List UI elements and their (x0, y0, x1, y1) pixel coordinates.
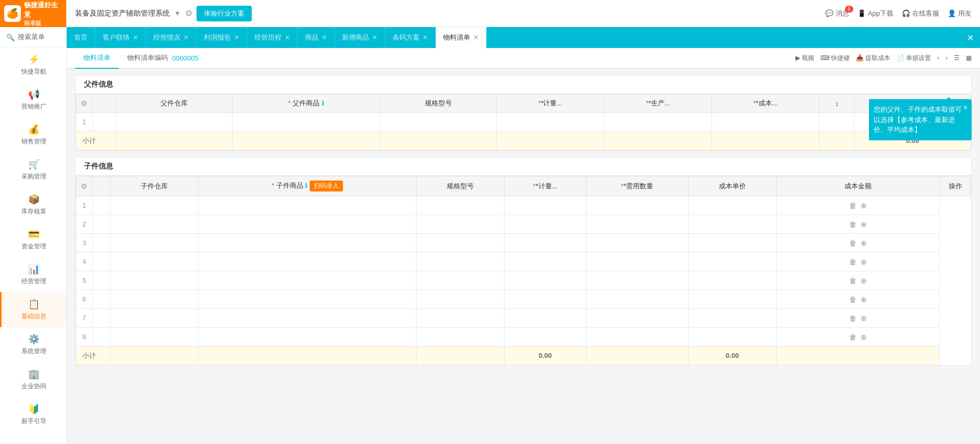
tab-bar-close-btn[interactable]: ✕ (961, 33, 980, 43)
child-row-5-goods[interactable] (110, 271, 199, 290)
child-row-6-qty-unit[interactable] (416, 290, 505, 309)
child-row-1-warehouse[interactable] (93, 196, 111, 215)
copy-btn-2[interactable]: ⊕ (860, 219, 868, 230)
child-row-7-spec[interactable] (199, 309, 416, 328)
sidebar-search[interactable]: 🔍 搜索菜单 (0, 27, 66, 47)
tab-close-operations-situation[interactable]: ✕ (183, 34, 189, 41)
dropdown-icon[interactable]: ▼ (174, 9, 181, 17)
tab-operations-situation[interactable]: 经营情况✕ (146, 27, 197, 48)
parent-row-1-c3[interactable] (232, 113, 380, 131)
view-toggle-btn[interactable]: ☰ (954, 54, 960, 62)
grid-toggle-btn[interactable]: ▦ (966, 54, 972, 62)
online-service-btn[interactable]: 🎧 在线客服 (902, 9, 939, 18)
tab-close-bom[interactable]: ✕ (473, 34, 479, 41)
settings-icon[interactable]: ⚙ (185, 8, 192, 18)
child-row-4-goods[interactable] (110, 253, 199, 271)
child-row-8-needed-qty[interactable] (505, 328, 586, 346)
video-btn[interactable]: ▶ 视频 (795, 54, 814, 63)
copy-btn-8[interactable]: ⊕ (860, 332, 868, 342)
tab-barcode[interactable]: 条码方案✕ (385, 27, 436, 48)
sidebar-item-basic-info[interactable]: 📋基础信息 (0, 292, 66, 327)
sidebar-item-system[interactable]: ⚙️系统管理 (0, 327, 66, 362)
sub-tab-bom-code[interactable]: 物料清单编码 0000005 (119, 48, 207, 69)
child-settings-gear[interactable]: ⚙ (81, 182, 88, 190)
child-row-7-warehouse[interactable] (93, 309, 111, 328)
tab-customer[interactable]: 客户联络✕ (95, 27, 146, 48)
sub-tab-bom-list[interactable]: 物料清单 (75, 48, 119, 69)
parent-row-1-c7[interactable] (712, 113, 819, 131)
copy-btn-1[interactable]: ⊕ (860, 200, 868, 211)
child-row-1-goods[interactable] (110, 196, 199, 215)
parent-row-1-c6[interactable] (604, 113, 712, 131)
sidebar-item-sales[interactable]: 💰销售管理 (0, 117, 66, 152)
child-row-7-goods[interactable] (110, 309, 199, 328)
copy-btn-6[interactable]: ⊕ (860, 294, 868, 305)
tab-close-operations-history[interactable]: ✕ (285, 34, 290, 41)
extract-cost-btn[interactable]: 📥 提取成本 (856, 54, 890, 63)
child-row-4-qty-unit[interactable] (416, 253, 505, 271)
child-row-1-qty-unit[interactable] (416, 196, 505, 215)
app-download-btn[interactable]: 📱 App下载 (858, 9, 893, 18)
sidebar-item-finance[interactable]: 💳资金管理 (0, 222, 66, 257)
delete-btn-1[interactable]: 🗑 (848, 200, 858, 211)
sidebar-item-purchase[interactable]: 🛒采购管理 (0, 152, 66, 187)
child-row-2-needed-qty[interactable] (505, 215, 586, 234)
child-row-6-goods[interactable] (110, 290, 199, 309)
trial-btn[interactable]: 体验行业方案 (197, 6, 252, 21)
child-row-5-cost-unit[interactable] (586, 271, 688, 290)
parent-settings-gear[interactable]: ⚙ (81, 99, 88, 107)
nav-next-btn[interactable]: › (946, 54, 948, 62)
child-row-4-warehouse[interactable] (93, 253, 111, 271)
child-row-4-needed-qty[interactable] (505, 253, 586, 271)
child-row-4-spec[interactable] (199, 253, 416, 271)
tab-close-barcode[interactable]: ✕ (423, 34, 428, 41)
user-btn[interactable]: 👤 用友 (948, 9, 972, 18)
sidebar-item-quick-nav[interactable]: ⚡快捷导航 (0, 47, 66, 82)
tab-close-profit-report[interactable]: ✕ (234, 34, 239, 41)
child-row-6-warehouse[interactable] (93, 290, 111, 309)
tooltip-close-btn[interactable]: × (963, 102, 967, 113)
child-row-1-spec[interactable] (199, 196, 416, 215)
copy-btn-3[interactable]: ⊕ (860, 238, 868, 248)
child-row-3-needed-qty[interactable] (505, 234, 586, 253)
message-btn[interactable]: 💬 消息 6 (825, 9, 849, 18)
tab-add-goods[interactable]: 新增商品✕ (335, 27, 385, 48)
child-row-5-needed-qty[interactable] (505, 271, 586, 290)
tab-home[interactable]: 首页 (67, 27, 95, 48)
child-row-2-cost-unit[interactable] (586, 215, 688, 234)
child-row-1-cost-unit[interactable] (586, 196, 688, 215)
child-row-7-cost-unit[interactable] (586, 309, 688, 328)
child-row-6-needed-qty[interactable] (505, 290, 586, 309)
child-row-2-warehouse[interactable] (93, 215, 111, 234)
child-row-8-warehouse[interactable] (93, 328, 111, 346)
child-row-2-qty-unit[interactable] (416, 215, 505, 234)
copy-btn-5[interactable]: ⊕ (860, 275, 868, 286)
parent-row-1-c1[interactable] (93, 113, 116, 131)
delete-btn-2[interactable]: 🗑 (848, 219, 858, 230)
child-row-7-needed-qty[interactable] (505, 309, 586, 328)
parent-row-1-c5[interactable] (497, 113, 604, 131)
single-settings-btn[interactable]: 📄 单据设置 (897, 54, 931, 63)
delete-btn-8[interactable]: 🗑 (848, 332, 858, 342)
child-row-8-cost-unit[interactable] (586, 328, 688, 346)
child-row-2-goods[interactable] (110, 215, 199, 234)
child-row-3-cost-unit[interactable] (586, 234, 688, 253)
tab-goods[interactable]: 商品✕ (298, 27, 335, 48)
child-row-8-spec[interactable] (199, 328, 416, 346)
tab-bom[interactable]: 物料清单✕ (436, 27, 486, 48)
child-row-4-cost-unit[interactable] (586, 253, 688, 271)
child-row-5-warehouse[interactable] (93, 271, 111, 290)
sidebar-item-inventory[interactable]: 📦库存核算 (0, 187, 66, 222)
child-row-6-cost-unit[interactable] (586, 290, 688, 309)
child-row-1-needed-qty[interactable] (505, 196, 586, 215)
child-row-3-spec[interactable] (199, 234, 416, 253)
delete-btn-5[interactable]: 🗑 (848, 275, 858, 286)
tab-close-customer[interactable]: ✕ (133, 34, 138, 41)
sidebar-item-guide[interactable]: 🔰新手引导 (0, 397, 66, 432)
child-row-3-warehouse[interactable] (93, 234, 111, 253)
tab-profit-report[interactable]: 利润报告✕ (197, 27, 247, 48)
child-row-2-spec[interactable] (199, 215, 416, 234)
copy-btn-7[interactable]: ⊕ (860, 313, 868, 323)
delete-btn-4[interactable]: 🗑 (848, 257, 858, 267)
child-row-3-qty-unit[interactable] (416, 234, 505, 253)
